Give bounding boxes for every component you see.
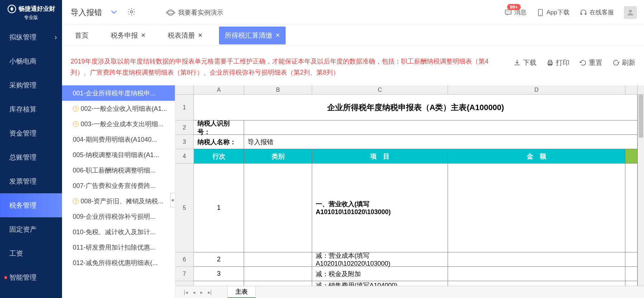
tab-1[interactable]: 税务申报✕: [105, 27, 151, 44]
col-header-C[interactable]: C: [312, 85, 448, 94]
form-item-7[interactable]: ?008-资产折旧、摊销及纳税...: [62, 193, 175, 209]
tab-close-1[interactable]: ✕: [141, 32, 146, 39]
reset-button[interactable]: 重置: [579, 58, 602, 67]
nav-prev[interactable]: ◂: [191, 289, 197, 295]
vertical-scrollbar[interactable]: [638, 95, 644, 286]
nav-item-10[interactable]: 智能管理: [0, 265, 62, 289]
nav-item-11[interactable]: 经营管理: [0, 289, 62, 298]
cell[interactable]: [448, 281, 625, 286]
demo-link[interactable]: 我要看实例演示: [166, 8, 223, 17]
support-button[interactable]: 在线客服: [579, 8, 614, 16]
tab-close-3[interactable]: ✕: [275, 32, 280, 39]
nav-item-7[interactable]: 税务管理: [0, 193, 62, 217]
nav-item-4[interactable]: 资金管理: [0, 121, 62, 145]
cell[interactable]: 金 额: [448, 149, 625, 164]
cell[interactable]: 行次: [194, 149, 244, 164]
row-header-1[interactable]: 1: [175, 95, 194, 120]
download-button[interactable]: 下载: [514, 58, 536, 67]
tab-2[interactable]: 税表清册✕: [162, 27, 208, 44]
nav-last[interactable]: ▸|: [206, 289, 213, 295]
cell[interactable]: 一、营业收入(填写A101010\101020\103000): [312, 164, 448, 252]
app-download-label: App下载: [547, 8, 569, 16]
cell[interactable]: [448, 267, 625, 281]
cell[interactable]: 导入报错: [244, 135, 638, 149]
tab-close-2[interactable]: ✕: [198, 32, 202, 39]
cell[interactable]: [448, 164, 625, 252]
cell[interactable]: [244, 281, 312, 286]
form-item-5[interactable]: 006-职工薪酬纳税调整明细...: [62, 162, 175, 178]
cell[interactable]: 1: [194, 164, 244, 252]
row-header-6[interactable]: 6: [175, 252, 194, 267]
cell[interactable]: 项 目: [312, 149, 448, 164]
form-item-8[interactable]: 009-企业所得税弥补亏损明...: [62, 209, 175, 224]
cell[interactable]: [194, 281, 244, 286]
cell[interactable]: [448, 252, 625, 267]
row-header-2[interactable]: 2: [175, 120, 194, 135]
nav-item-1[interactable]: 小畅电商: [0, 49, 62, 73]
demo-link-label: 我要看实例演示: [178, 8, 223, 17]
settings-button[interactable]: [126, 6, 137, 19]
print-button[interactable]: 打印: [547, 58, 569, 67]
cell[interactable]: [625, 267, 638, 281]
tab-0[interactable]: 首页: [69, 27, 94, 44]
cell[interactable]: [244, 164, 312, 252]
row-header-[interactable]: [175, 281, 194, 286]
cell[interactable]: 减：销售费用(填写A104000): [312, 281, 448, 286]
nav-item-3[interactable]: 库存核算: [0, 97, 62, 121]
form-item-1[interactable]: ?002-一般企业收入明细表(A1...: [62, 101, 175, 116]
sheet-tab-main[interactable]: 主表: [227, 286, 256, 298]
form-item-2[interactable]: ?003-一般企业成本支出明细...: [62, 116, 175, 132]
cell[interactable]: [625, 252, 638, 267]
cell[interactable]: [244, 267, 312, 281]
cell[interactable]: 企业所得税年度纳税申报表（A类）主表(A100000): [194, 95, 638, 120]
brand-icon: [7, 4, 16, 14]
form-item-4[interactable]: 005-纳税调整项目明细表(A1...: [62, 147, 175, 162]
col-header-D[interactable]: D: [448, 85, 625, 94]
cell[interactable]: 减：营业成本(填写A102010\102020\103000): [312, 252, 448, 267]
cell[interactable]: 3: [194, 267, 244, 281]
col-header-A[interactable]: A: [194, 85, 244, 94]
nav-item-8[interactable]: 固定资产: [0, 217, 62, 241]
row-header-4[interactable]: 4: [175, 149, 194, 164]
cell[interactable]: 减：税金及附加: [312, 267, 448, 281]
cell[interactable]: [625, 281, 638, 286]
sheet-corner[interactable]: [175, 85, 194, 94]
form-item-6[interactable]: 007-广告费和业务宣传费跨...: [62, 178, 175, 193]
form-item-11[interactable]: 012-减免所得税优惠明细表(...: [62, 255, 175, 270]
nav-item-6[interactable]: 发票管理: [0, 169, 62, 193]
nav-item-9[interactable]: 工资: [0, 241, 62, 265]
cell[interactable]: 类别: [244, 149, 312, 164]
form-item-0[interactable]: 001-企业所得税年度纳税申...: [62, 85, 175, 101]
cell[interactable]: 纳税人识别号：: [194, 120, 244, 135]
app-download-button[interactable]: App下载: [536, 8, 569, 16]
cell[interactable]: [244, 252, 312, 267]
cell[interactable]: [625, 149, 638, 164]
nav-first[interactable]: |◂: [182, 289, 189, 295]
nav-item-5[interactable]: 总账管理: [0, 145, 62, 169]
messages-button[interactable]: 99+ 消息: [504, 8, 526, 16]
brand-logo[interactable]: 畅捷通好业财 专业版: [0, 0, 62, 25]
collapse-handle[interactable]: «: [170, 193, 175, 207]
column-headers: ABCD: [175, 85, 644, 95]
form-item-3[interactable]: 004-期间费用明细表(A1040...: [62, 132, 175, 147]
sheet-body[interactable]: 1企业所得税年度纳税申报表（A类）主表(A100000)2纳税人识别号：3纳税人…: [175, 95, 644, 286]
user-avatar[interactable]: [624, 6, 637, 19]
row-header-5[interactable]: 5: [175, 164, 194, 252]
title-dropdown[interactable]: [108, 7, 120, 18]
row-header-3[interactable]: 3: [175, 135, 194, 149]
row-header-7[interactable]: 7: [175, 267, 194, 281]
nav-item-2[interactable]: 采购管理: [0, 73, 62, 97]
nav-next[interactable]: ▸: [199, 289, 204, 295]
tab-3[interactable]: 所得税汇算清缴✕: [219, 27, 286, 44]
cell[interactable]: 纳税人名称：: [194, 135, 244, 149]
headset-icon: [579, 9, 587, 16]
form-item-9[interactable]: 010-免税、减计收入及加计...: [62, 224, 175, 240]
nav-item-0[interactable]: 拟纵管理: [0, 25, 62, 49]
cell[interactable]: [625, 164, 638, 252]
refresh-button[interactable]: 刷新: [612, 58, 635, 67]
cell[interactable]: [244, 120, 638, 135]
cell[interactable]: 2: [194, 252, 244, 267]
content-area: 2019年度涉及取以前年度结转数据的申报表单元格需要手工维护正确，才能保证本年及…: [62, 46, 644, 298]
form-item-10[interactable]: 011-研发费用加计扣除优惠...: [62, 240, 175, 255]
col-header-B[interactable]: B: [244, 85, 312, 94]
